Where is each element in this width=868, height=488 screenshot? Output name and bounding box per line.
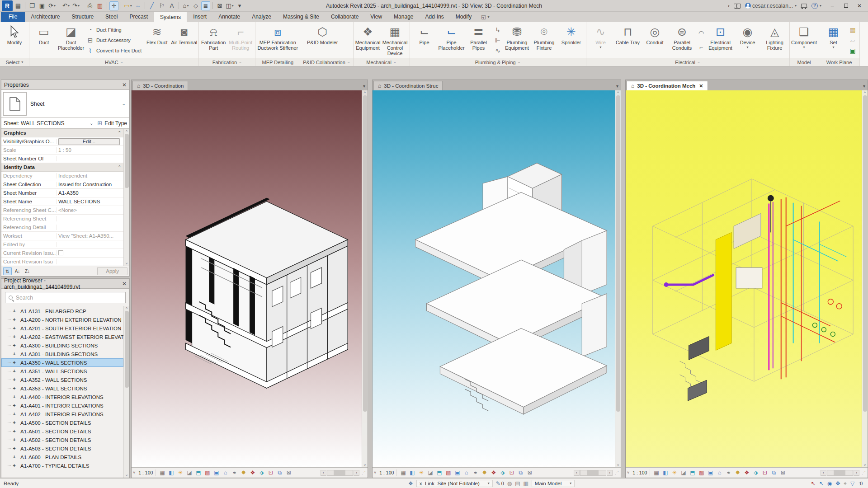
electrical-equipment-button[interactable]: ⊡Electrical Equipment	[708, 23, 734, 57]
property-value[interactable]: Issued for Construction	[57, 182, 123, 187]
expand-icon[interactable]: +	[12, 395, 16, 399]
expand-icon[interactable]: +	[12, 335, 16, 339]
active-workset-combo[interactable]: x_Link_Site (Not Editable) ▾	[416, 480, 493, 487]
resize-grip[interactable]: ⋰	[362, 471, 366, 475]
ref-plane-button[interactable]: ▱	[849, 36, 857, 44]
parallel-pipes-button[interactable]: 〓Parallel Pipes	[466, 23, 492, 57]
ribbon-tab-file[interactable]: File	[1, 12, 25, 22]
panel-label-hvac[interactable]: HVAC⌄	[29, 58, 198, 66]
sheet-item-a1-a300[interactable]: +A1-A300 - BUILDING SECTIONS	[1, 341, 123, 350]
temporary-hide-isolate-icon[interactable]: ⚭	[725, 469, 732, 477]
render-icon[interactable]: ◇	[191, 1, 200, 10]
displaced-elements-icon[interactable]: ⬗	[752, 469, 760, 477]
editable-only-toggle[interactable]: ✎ 0	[496, 480, 504, 487]
sun-path-icon[interactable]: ☀	[176, 469, 184, 477]
sheet-item-a1-a402[interactable]: +A1-A402 - INTERIOR ELEVATIONS	[1, 410, 123, 418]
switch-windows-icon[interactable]: ◫▾	[225, 1, 234, 10]
expand-icon[interactable]: +	[12, 386, 16, 390]
multi-point-routing-button[interactable]: ⌐Multi-Point Routing	[227, 23, 254, 57]
sheet-item-a1-a301[interactable]: +A1-A301 - BUILDING SECTIONS	[1, 350, 123, 358]
expand-icon[interactable]: +	[12, 309, 16, 313]
save-icon[interactable]: ▣	[38, 1, 47, 10]
undo-icon[interactable]: ↶▾	[61, 1, 71, 10]
show-crop-region-icon[interactable]: ▣	[453, 469, 461, 477]
chevron-down-icon[interactable]: ⌄	[122, 101, 127, 106]
viewport-scrollbar[interactable]: ˄ ˅	[862, 90, 868, 467]
project-browser-header[interactable]: Project Browser - arch_buildinga1_144104…	[1, 279, 129, 289]
expand-icon[interactable]: +	[12, 343, 16, 347]
panel-label-fabrication[interactable]: Fabrication⌄	[199, 58, 255, 66]
flex-duct-button[interactable]: ≋Flex Duct	[144, 23, 170, 57]
customize-qat-icon[interactable]: ▾	[235, 1, 244, 10]
show-crop-region-icon[interactable]: ▣	[707, 469, 714, 477]
expand-icon[interactable]: +	[12, 361, 16, 365]
scroll-up-icon[interactable]: ˄	[126, 129, 128, 133]
set-button[interactable]: ▦Set▾	[821, 23, 847, 57]
tab-overflow-icon[interactable]: ▾	[614, 84, 621, 90]
scroll-left-icon[interactable]: ‹	[574, 470, 580, 476]
rendering-icon[interactable]: ⬒	[194, 469, 202, 477]
sort-descending-icon[interactable]: Z↓	[23, 267, 32, 275]
text-icon[interactable]: A	[167, 1, 176, 10]
pipe-accessory-button[interactable]: ⊩	[494, 36, 502, 44]
property-value[interactable]: View "Sheet: A1-A350...	[57, 233, 123, 239]
show-crop-region-icon[interactable]: ▣	[212, 469, 220, 477]
filter-icon[interactable]: ▽	[850, 480, 854, 487]
ribbon-tab-modify[interactable]: Modify	[450, 12, 477, 22]
reveal-constraints-icon[interactable]: ⊡	[761, 469, 769, 477]
locked-view-icon[interactable]: ⊠	[526, 469, 533, 477]
dialog-launcher-icon[interactable]: ⌄	[120, 60, 123, 64]
plumbing-equipment-button[interactable]: ⛃Plumbing Equipment	[504, 23, 530, 57]
scroll-down-icon[interactable]: ˅	[864, 463, 866, 467]
revit-logo[interactable]: R	[2, 0, 13, 11]
sprinkler-button[interactable]: ✳Sprinkler	[558, 23, 585, 57]
scrollbar-thumb[interactable]	[334, 470, 345, 475]
save-orientation-icon[interactable]: ⧉	[517, 469, 524, 477]
tag-icon[interactable]: ⚐	[157, 1, 166, 10]
scroll-up-icon[interactable]: ˄	[364, 90, 366, 94]
sheet-item-a1-a600[interactable]: +A1-A600 - PLAN DETAILS	[1, 453, 123, 461]
view-tab-coordination-struc[interactable]: ⌂ 3D - Coordination Struc	[373, 81, 443, 90]
sort-default-icon[interactable]: ⇅	[3, 267, 12, 275]
ribbon-tab-add-ins[interactable]: Add-Ins	[419, 12, 449, 22]
edit-type-button[interactable]: Edit Type	[104, 120, 127, 127]
user-account[interactable]: cesar.r.escalan... ▾	[745, 3, 797, 9]
sort-ascending-icon[interactable]: A↓	[13, 267, 22, 275]
scroll-track[interactable]	[580, 470, 606, 476]
property-value[interactable]: Edit...	[57, 138, 123, 145]
horizontal-scrollbar[interactable]: ‹ ›	[821, 470, 859, 476]
thin-lines-icon[interactable]: ≣	[201, 1, 210, 10]
transfer-icon[interactable]: ▥	[95, 1, 104, 10]
dialog-launcher-icon[interactable]: ⌄	[347, 60, 350, 64]
reveal-constraints-icon[interactable]: ⊡	[267, 469, 274, 477]
expand-icon[interactable]: +	[12, 326, 16, 330]
plumbing-fixture-button[interactable]: ⌾Plumbing Fixture	[531, 23, 557, 57]
sheet-item-a1-a502[interactable]: +A1-A502 - SECTION DETAILS	[1, 436, 123, 444]
scroll-down-icon[interactable]: ˅	[617, 463, 619, 467]
scrollbar-thumb[interactable]	[125, 311, 129, 388]
scrollbar-thumb[interactable]	[616, 95, 620, 412]
crop-view-icon[interactable]: ▧	[698, 469, 705, 477]
ribbon-tab-manage[interactable]: Manage	[388, 12, 419, 22]
worksharing-display-icon[interactable]: ❖	[490, 469, 497, 477]
locked-view-icon[interactable]: ⊠	[779, 469, 787, 477]
aligned-dimension-icon[interactable]: ⇔	[133, 1, 142, 10]
chevron-icon[interactable]: ˅	[374, 470, 376, 475]
pipe-button[interactable]: ⌙Pipe	[411, 23, 438, 57]
search-input[interactable]: Search	[5, 292, 126, 303]
property-value[interactable]: A1-A350	[57, 190, 123, 196]
duct-button[interactable]: ▭Duct	[31, 23, 57, 57]
detail-level-icon[interactable]: ▦	[399, 469, 407, 477]
displaced-elements-icon[interactable]: ⬗	[499, 469, 506, 477]
scale-control[interactable]: 1 : 100	[378, 469, 397, 476]
chevron-icon[interactable]: ˅	[133, 470, 135, 475]
checkbox[interactable]	[58, 250, 63, 255]
mechanical-equipment-button[interactable]: ❖Mechanical Equipment	[355, 23, 381, 57]
sheet-item-a1-a400[interactable]: +A1-A400 - INTERIOR ELEVATIONS	[1, 393, 123, 401]
expand-icon[interactable]: +	[12, 446, 16, 450]
convert-to-flex-duct-button[interactable]: ⌇Convert to Flex Duct	[86, 46, 142, 55]
ribbon-tab-insert[interactable]: Insert	[187, 12, 212, 22]
sheet-item-a1-a350[interactable]: +A1-A350 - WALL SECTIONS	[1, 358, 123, 367]
save-orientation-icon[interactable]: ⧉	[276, 469, 283, 477]
close-icon[interactable]: ✕	[699, 83, 703, 89]
